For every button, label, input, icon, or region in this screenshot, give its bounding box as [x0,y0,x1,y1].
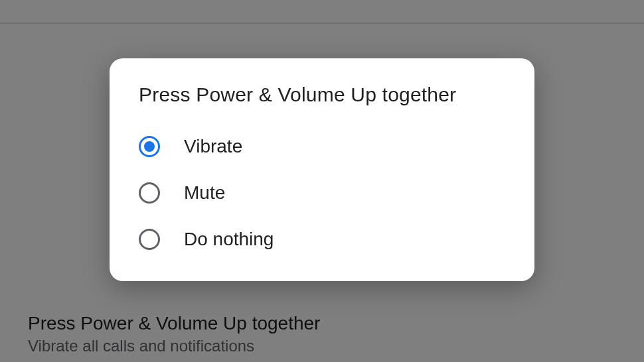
shortcut-dialog: Press Power & Volume Up together Vibrate… [110,58,534,281]
radio-option-vibrate[interactable]: Vibrate [139,123,505,170]
radio-options-list: Vibrate Mute Do nothing [139,123,505,263]
dialog-title: Press Power & Volume Up together [139,84,505,106]
radio-label: Vibrate [184,136,242,157]
radio-option-mute[interactable]: Mute [139,170,505,216]
radio-icon [139,136,160,157]
radio-icon [139,182,160,204]
radio-option-do-nothing[interactable]: Do nothing [139,216,505,263]
radio-label: Mute [184,182,225,204]
radio-label: Do nothing [184,229,274,250]
radio-icon [139,229,160,250]
